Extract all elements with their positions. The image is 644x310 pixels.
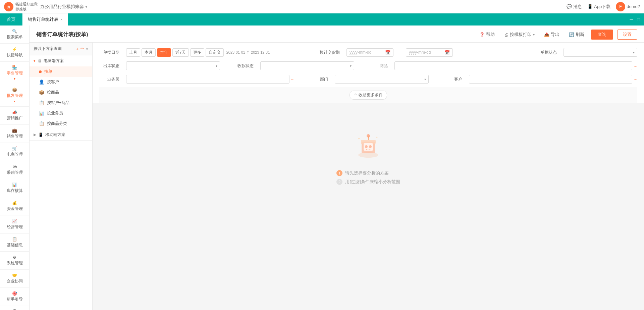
tab-close-button[interactable]: × [60, 17, 62, 21]
search-icon: 🔍 [12, 29, 17, 34]
empty-tips: 1 请先选择要分析的方案 2 用[过滤]条件来缩小分析范围 [336, 170, 400, 185]
sidebar-item-ecommerce[interactable]: 🛒 电商管理 [0, 143, 29, 161]
left-panel: 按以下方案查询 + ✏ « ▾ 🖥 电脑端方案 按单 [30, 43, 93, 310]
mobile-group-header[interactable]: ▶ 📱 移动端方案 [30, 129, 92, 140]
logo-area: 好 畅捷通好生意 标准版 [4, 2, 38, 11]
export-button[interactable]: 📤 导出 [541, 30, 562, 39]
template-print-button[interactable]: 🖨 按模板打印 ▾ [501, 30, 537, 39]
calendar-icon-to: 📅 [444, 50, 450, 55]
this-year-button[interactable]: 本年 [157, 48, 171, 57]
filter-row-3: 业务员 ··· 部门 ▾ [99, 75, 637, 84]
payment-status-select-wrapper: ▾ [260, 61, 354, 70]
scheme-item-by-goods[interactable]: 📦 按商品 [30, 87, 92, 98]
tab-bar-actions: ─ □ [629, 15, 644, 23]
sidebar-item-wholesale[interactable]: 📦 批发管理 ▴ [0, 84, 29, 107]
scheme-item-by-salesperson[interactable]: 📊 按业务员 [30, 108, 92, 118]
query-layout: 按以下方案查询 + ✏ « ▾ 🖥 电脑端方案 按单 [30, 43, 644, 310]
filter-rows: 单据日期 上月 本月 本年 近7天 更多 自定义 2023-01-01 至 20… [99, 48, 637, 87]
left-panel-header: 按以下方案查询 + ✏ « [30, 43, 92, 55]
last7days-button[interactable]: 近7天 [172, 48, 189, 57]
page-actions: ❓ 帮助 🖨 按模板打印 ▾ 📤 导出 🔄 刷新 查询 设置 [477, 30, 637, 40]
user-profile[interactable]: E demo2 [616, 2, 640, 11]
top-bar: 好 畅捷通好生意 标准版 办公用品行业模拟账套 ▾ 💬 消息 📱 App下载 E… [0, 0, 644, 13]
app-download-button[interactable]: 📱 App下载 [587, 4, 610, 10]
payment-status-select[interactable] [260, 61, 354, 70]
svg-text:✦: ✦ [373, 143, 375, 145]
collapse-panel-button[interactable]: « [86, 46, 88, 52]
more-date-button[interactable]: 更多 [190, 48, 204, 57]
sidebar-item-sales[interactable]: 💼 销售管理 [0, 125, 29, 143]
order-status-label: 单据状态 [537, 50, 557, 55]
top-bar-left: 好 畅捷通好生意 标准版 办公用品行业模拟账套 ▾ [4, 2, 88, 11]
customer-more-button[interactable]: ··· [634, 77, 637, 82]
edit-scheme-button[interactable]: ✏ [80, 46, 84, 52]
message-button[interactable]: 💬 消息 [567, 4, 582, 10]
sidebar-item-retail[interactable]: 🏪 零售管理 ▾ [0, 62, 29, 84]
finance-icon: 💰 [12, 201, 17, 205]
breadcrumb[interactable]: 办公用品行业模拟账套 ▾ [40, 4, 88, 10]
salesperson-field: ··· [126, 75, 294, 84]
main-layout: 🔍 搜索菜单 ⚡ 快捷导航 🏪 零售管理 ▾ 📦 批发管理 ▴ 📣 营销推广 💼… [0, 25, 644, 310]
goods-input[interactable] [394, 61, 632, 70]
sidebar-item-marketing[interactable]: 📣 营销推广 [0, 107, 29, 125]
refresh-button[interactable]: 🔄 刷新 [566, 30, 587, 39]
this-month-button[interactable]: 本月 [142, 48, 156, 57]
sidebar-item-enterprise[interactable]: 🤝 企业协同 [0, 270, 29, 288]
sidebar-item-operations[interactable]: 📈 经营管理 [0, 215, 29, 234]
customer-input[interactable] [469, 75, 632, 84]
sidebar-item-finance[interactable]: 💰 资金管理 [0, 197, 29, 215]
tab-home[interactable]: 首页 [0, 13, 22, 25]
goods-more-button[interactable]: ··· [634, 63, 637, 68]
sidebar-item-quicknav[interactable]: ⚡ 快捷导航 [0, 44, 29, 62]
add-scheme-button[interactable]: + [76, 46, 78, 52]
pc-group-header[interactable]: ▾ 🖥 电脑端方案 [30, 55, 92, 66]
svg-text:✦: ✦ [376, 136, 378, 139]
svg-point-8 [369, 145, 372, 148]
tip-num-2: 2 [336, 179, 342, 185]
svg-text:✦: ✦ [358, 137, 360, 141]
scheme-item-by-customer[interactable]: 👤 按客户 [30, 77, 92, 87]
page-header: 销售订单统计表(按单) ❓ 帮助 🖨 按模板打印 ▾ 📤 导出 🔄 刷新 [30, 25, 644, 43]
query-button[interactable]: 查询 [591, 30, 613, 40]
sidebar-item-newguide[interactable]: 🎯 新手引导 [0, 288, 29, 306]
sidebar-item-basicinfo[interactable]: 📋 基础信息 [0, 234, 29, 252]
ecommerce-icon: 🛒 [12, 146, 17, 151]
logo-text: 畅捷通好生意 标准版 [15, 2, 38, 11]
date-separator: — [397, 50, 402, 55]
delivery-date-from[interactable]: yyyy-mm-dd 📅 [346, 48, 393, 57]
help-button[interactable]: ❓ 帮助 [477, 30, 497, 39]
order-status-select-wrapper: ▾ [564, 48, 637, 57]
scheme-item-by-order[interactable]: 按单 [30, 66, 92, 77]
sales-icon: 💼 [12, 128, 17, 133]
custom-date-button[interactable]: 自定义 [206, 48, 224, 57]
calendar-icon-from: 📅 [385, 50, 390, 55]
goods-field: ··· [394, 61, 637, 70]
sidebar-item-purchase[interactable]: 🛍 采购管理 [0, 161, 29, 179]
salesperson-more-button[interactable]: ··· [291, 77, 294, 82]
department-select-wrapper: ▾ [335, 75, 429, 84]
purchase-icon: 🛍 [13, 164, 17, 169]
settings-button[interactable]: 设置 [617, 30, 637, 40]
date-label: 单据日期 [99, 50, 119, 55]
tab-minimize-button[interactable]: ─ [629, 15, 635, 23]
tab-sales-order[interactable]: 销售订单统计表 × [22, 13, 68, 25]
tab-maximize-button[interactable]: □ [636, 15, 641, 23]
scheme-item-by-goods-category[interactable]: 📋 按商品分类 [30, 118, 92, 129]
salesperson-input[interactable] [126, 75, 289, 84]
delivery-date-to[interactable]: yyyy-mm-dd 📅 [406, 48, 453, 57]
ship-status-select-wrapper: ▾ [126, 61, 220, 70]
collapse-more-button[interactable]: ⌃ 收起更多条件 [350, 91, 387, 100]
goods-scheme-icon: 📦 [39, 90, 44, 95]
department-select[interactable] [335, 75, 429, 84]
sidebar-item-inventory[interactable]: 📊 库存核算 [0, 179, 29, 197]
sidebar-item-appcenter[interactable]: 📱 应用中心 [0, 306, 29, 310]
right-content: 单据日期 上月 本月 本年 近7天 更多 自定义 2023-01-01 至 20… [93, 43, 644, 310]
sidebar-item-search[interactable]: 🔍 搜索菜单 [0, 25, 29, 44]
scheme-item-by-customer-goods[interactable]: 📋 按客户+商品 [30, 98, 92, 108]
export-icon: 📤 [544, 32, 549, 37]
expected-delivery-field: yyyy-mm-dd 📅 — yyyy-mm-dd 📅 [346, 48, 530, 57]
ship-status-select[interactable] [126, 61, 220, 70]
order-status-select[interactable] [564, 48, 637, 57]
sidebar-item-sysmanage[interactable]: ⚙ 系统管理 [0, 252, 29, 270]
last-month-button[interactable]: 上月 [126, 48, 140, 57]
